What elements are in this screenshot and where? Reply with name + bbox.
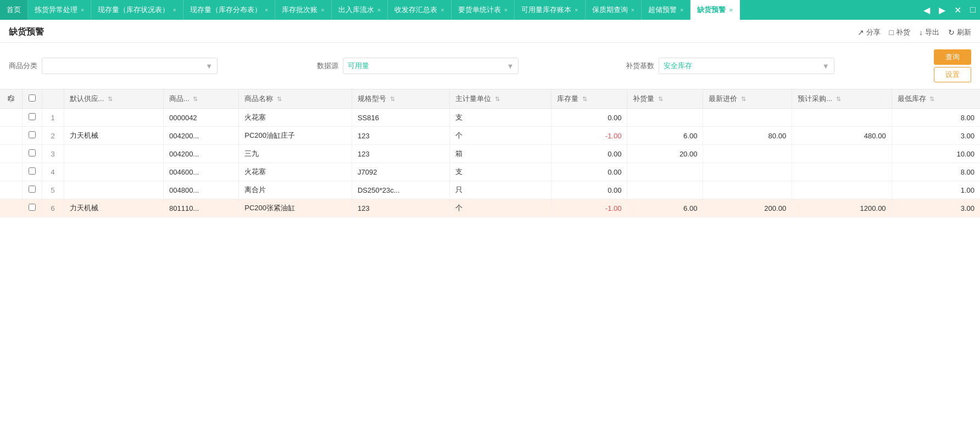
row-checkbox-cell[interactable]: [22, 199, 42, 217]
stock-col-label: 库存量: [557, 94, 578, 103]
tab-item-4[interactable]: 库存批次账×: [275, 0, 331, 20]
row-latest-price: [703, 181, 792, 199]
latest-price-sort-icon: ⇅: [741, 96, 746, 103]
latest-price-col-header[interactable]: 最新进价 ⇅: [703, 89, 792, 109]
row-gear-cell: [0, 199, 22, 217]
tab-close-1[interactable]: ×: [81, 7, 84, 13]
tab-label-6: 收发存汇总表: [394, 5, 437, 15]
row-est-purchase: 480.00: [792, 127, 892, 145]
tab-close-9[interactable]: ×: [631, 7, 634, 13]
row-checkbox[interactable]: [29, 186, 36, 193]
tab-maximize-btn[interactable]: □: [966, 0, 980, 20]
gear-col-header[interactable]: [0, 89, 22, 109]
tab-item-10[interactable]: 超储预警×: [642, 0, 691, 20]
tab-item-5[interactable]: 出入库流水×: [332, 0, 388, 20]
row-stock: 0.00: [552, 181, 627, 199]
row-stock: -1.00: [552, 127, 627, 145]
row-latest-price: 200.00: [703, 199, 792, 217]
page-title: 缺货预警: [9, 26, 44, 38]
row-checkbox-cell[interactable]: [22, 163, 42, 181]
replenish-basis-select[interactable]: 安全库存 ▼: [659, 58, 834, 74]
replenish-col-label: 补货量: [633, 94, 654, 103]
replenish-col-header[interactable]: 补货量 ⇅: [627, 89, 703, 109]
settings-button[interactable]: 设置: [934, 67, 971, 82]
tab-close-7[interactable]: ×: [504, 7, 508, 13]
row-replenish: [627, 181, 703, 199]
row-gear-cell: [0, 109, 22, 127]
replenish-action[interactable]: □ 补货: [889, 27, 910, 37]
row-stock: 0.00: [552, 109, 627, 127]
tab-close-5[interactable]: ×: [377, 7, 381, 13]
row-gear-cell: [0, 145, 22, 163]
tab-item-3[interactable]: 现存量（库存分布表）×: [183, 0, 275, 20]
tab-item-6[interactable]: 收发存汇总表×: [388, 0, 451, 20]
export-action[interactable]: ↓ 导出: [919, 27, 939, 37]
supplier-col-header[interactable]: 默认供应... ⇅: [64, 89, 163, 109]
product-name-sort-icon: ⇅: [277, 96, 282, 103]
tab-close-2[interactable]: ×: [172, 7, 176, 13]
select-all-checkbox[interactable]: [29, 94, 36, 102]
row-checkbox-cell[interactable]: [22, 181, 42, 199]
tab-item-1[interactable]: 拣货异常处理×: [28, 0, 91, 20]
row-checkbox[interactable]: [29, 204, 36, 211]
tab-close-10[interactable]: ×: [680, 7, 683, 13]
table-row: 4004600...火花塞J7092支0.008.00: [0, 163, 980, 181]
checkbox-col-header[interactable]: [22, 89, 42, 109]
tab-close-window-btn[interactable]: ✕: [950, 0, 966, 20]
row-supplier: [64, 109, 163, 127]
unit-col-header[interactable]: 主计量单位 ⇅: [450, 89, 552, 109]
product-name-col-header[interactable]: 商品名称 ⇅: [239, 89, 352, 109]
row-replenish: [627, 163, 703, 181]
tab-close-11[interactable]: ×: [729, 7, 732, 13]
tab-close-4[interactable]: ×: [321, 7, 324, 13]
datasource-select[interactable]: 可用量 ▼: [343, 58, 519, 74]
latest-price-col-label: 最新进价: [709, 94, 737, 103]
tab-close-3[interactable]: ×: [265, 7, 268, 13]
tab-close-6[interactable]: ×: [441, 7, 444, 13]
tab-label-0: 首页: [7, 5, 21, 15]
category-select[interactable]: ▼: [42, 58, 218, 74]
row-min-stock: 1.00: [892, 181, 980, 199]
tab-item-0[interactable]: 首页: [0, 0, 28, 20]
min-stock-col-header[interactable]: 最低库存 ⇅: [892, 89, 980, 109]
row-latest-price: [703, 109, 792, 127]
replenish-basis-label: 补货基数: [626, 61, 654, 71]
row-checkbox[interactable]: [29, 167, 36, 175]
row-checkbox-cell[interactable]: [22, 127, 42, 145]
min-stock-sort-icon: ⇅: [929, 96, 934, 103]
row-checkbox-cell[interactable]: [22, 145, 42, 163]
tab-item-11[interactable]: 缺货预警×: [691, 0, 739, 20]
product-code-col-header[interactable]: 商品... ⇅: [163, 89, 238, 109]
row-checkbox[interactable]: [29, 149, 36, 156]
row-checkbox[interactable]: [29, 113, 36, 120]
row-unit: 个: [450, 127, 552, 145]
tab-next-btn[interactable]: ▶: [934, 0, 950, 20]
header-actions: ↗ 分享 □ 补货 ↓ 导出 ↻ 刷新: [858, 27, 971, 37]
row-checkbox-cell[interactable]: [22, 109, 42, 127]
row-checkbox[interactable]: [29, 131, 36, 138]
share-icon: ↗: [858, 28, 864, 37]
row-product-code: 004200...: [163, 145, 238, 163]
replenish-basis-value: 安全库存: [664, 61, 692, 71]
tab-item-8[interactable]: 可用量库存账本×: [515, 0, 585, 20]
refresh-action[interactable]: ↻ 刷新: [948, 27, 971, 37]
tab-item-7[interactable]: 要货单统计表×: [452, 0, 515, 20]
est-purchase-col-header[interactable]: 预计采购... ⇅: [792, 89, 892, 109]
tab-item-9[interactable]: 保质期查询×: [586, 0, 642, 20]
data-table: 默认供应... ⇅ 商品... ⇅ 商品名称 ⇅ 规格型号 ⇅: [0, 89, 980, 217]
row-unit: 支: [450, 163, 552, 181]
tab-item-2[interactable]: 现存量（库存状况表）×: [91, 0, 183, 20]
tab-close-8[interactable]: ×: [575, 7, 578, 13]
spec-col-header[interactable]: 规格型号 ⇅: [352, 89, 449, 109]
stock-col-header[interactable]: 库存量 ⇅: [552, 89, 627, 109]
product-code-col-label: 商品...: [169, 94, 190, 103]
row-supplier: [64, 163, 163, 181]
tab-label-10: 超储预警: [648, 5, 677, 15]
row-spec: J7092: [352, 163, 449, 181]
row-product-code: 004800...: [163, 181, 238, 199]
row-latest-price: [703, 145, 792, 163]
share-action[interactable]: ↗ 分享: [858, 27, 881, 37]
tab-prev-btn[interactable]: ◀: [919, 0, 934, 20]
row-number: 1: [42, 109, 64, 127]
query-button[interactable]: 查询: [934, 49, 971, 65]
